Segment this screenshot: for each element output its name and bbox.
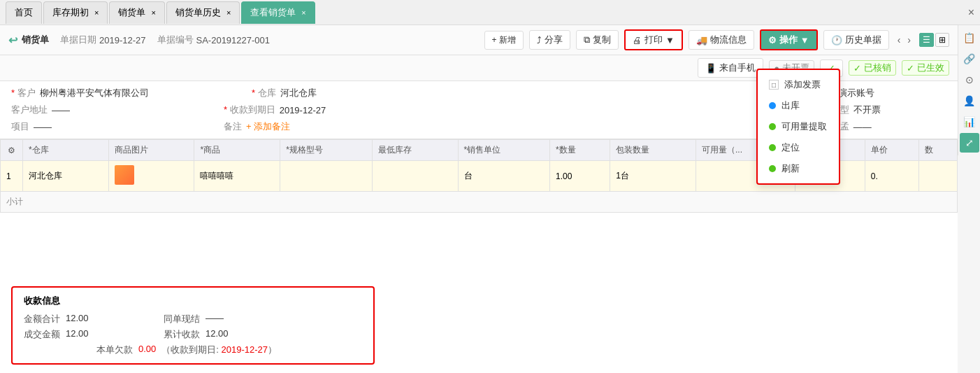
copy-icon: ⧉	[584, 34, 590, 45]
col-sales-unit: *销售单位	[458, 140, 550, 161]
col-qty: *数量	[550, 140, 610, 161]
info-row-1: 金额合计 12.00 同单现结 ——	[24, 313, 362, 325]
effective-button[interactable]: ✓ 已生效	[902, 60, 949, 76]
next-button[interactable]: ›	[905, 33, 914, 47]
tab-sales-label: 销货单	[118, 6, 145, 19]
doc-no-field: 单据编号 SA-20191227-001	[157, 34, 271, 46]
add-invoice-icon: □	[769, 80, 779, 90]
locate-icon	[769, 144, 776, 151]
mobile-icon: 📱	[705, 63, 716, 73]
total-field: 金额合计 12.00	[24, 313, 136, 325]
operation-icon: ⚙	[768, 35, 777, 45]
customer-label: 客户	[11, 87, 36, 99]
toolbar: + 新增 ⤴ 分享 ⧉ 复制 🖨 打印 ▼ 🚚 物流信息	[484, 29, 949, 50]
due-date-field: 收款到期日 2019-12-27	[224, 104, 363, 116]
operation-button[interactable]: ⚙ 操作 ▼	[760, 29, 818, 50]
col-img: 商品图片	[108, 140, 194, 161]
arrears-value: 0.00	[138, 344, 156, 356]
tab-home[interactable]: 首页	[6, 1, 42, 24]
dropdown-refresh[interactable]: 刷新	[758, 158, 839, 179]
nav-arrows: ‹ ›	[895, 33, 914, 47]
due-date-label: 收款到期日	[224, 104, 275, 116]
print-dropdown-icon: ▼	[665, 35, 675, 45]
col-pack-qty: 包装数量	[610, 140, 696, 161]
cell-pack-qty: 1台	[610, 161, 696, 192]
locate-label: 定位	[781, 141, 800, 154]
col-amount: 数	[919, 140, 958, 161]
sidebar-icon-link[interactable]: 🔗	[960, 49, 979, 69]
print-button[interactable]: 🖨 打印 ▼	[624, 29, 683, 50]
tab-view-sales-label: 查看销货单	[250, 6, 296, 19]
cell-spec	[280, 161, 373, 192]
tab-history-label: 销货单历史	[175, 6, 221, 19]
note-label: 备注	[224, 120, 242, 133]
due-value: 2019-12-27	[222, 344, 268, 355]
quantity-extract-label: 可用量提取	[781, 120, 827, 133]
cell-min-stock	[372, 161, 458, 192]
history-button[interactable]: 🕐 历史单据	[823, 30, 889, 50]
doc-meta: 单据日期 2019-12-27 单据编号 SA-20191227-001	[60, 34, 270, 46]
project-label: 项目	[11, 120, 29, 133]
operation-dropdown-icon: ▼	[800, 35, 809, 45]
list-view-button[interactable]: ☰	[919, 33, 934, 47]
doc-no-label: 单据编号	[157, 34, 194, 46]
subtotal-row: 小计	[1, 192, 958, 213]
print-icon: 🖨	[633, 35, 642, 45]
outbound-icon	[769, 102, 776, 109]
col-unit-price: 单价	[865, 140, 918, 161]
col-settings[interactable]: ⚙	[1, 140, 23, 161]
sidebar-icon-chart[interactable]: 📊	[960, 112, 979, 132]
tab-view-sales[interactable]: 查看销货单 ×	[241, 1, 315, 24]
cumulative-field: 累计收款 12.00	[164, 328, 275, 341]
tab-history[interactable]: 销货单历史 ×	[166, 1, 240, 24]
tab-view-sales-close[interactable]: ×	[301, 8, 305, 17]
share-icon: ⤴	[537, 35, 542, 45]
project-field: 项目 ——	[11, 120, 151, 133]
new-button[interactable]: + 新增	[484, 31, 524, 50]
cell-sales-unit: 台	[458, 161, 550, 192]
close-window-button[interactable]: ×	[968, 6, 974, 19]
staff-value: 演示账号	[838, 87, 874, 99]
sidebar-icon-circle[interactable]: ⊙	[960, 70, 979, 90]
logistics-button[interactable]: 🚚 物流信息	[689, 30, 754, 50]
info-rows: 金额合计 12.00 同单现结 —— 成交金额 12.00	[24, 313, 362, 356]
sidebar-icon-expand[interactable]: ⤢	[960, 133, 979, 153]
sold-button[interactable]: ✓ 已核销	[849, 60, 896, 76]
sidebar-icon-user[interactable]: 👤	[960, 91, 979, 111]
dropdown-quantity-extract[interactable]: 可用量提取	[758, 116, 839, 137]
tab-home-label: 首页	[15, 6, 33, 19]
info-row-3: 本单欠款 0.00 （收款到期日: 2019-12-27）	[24, 344, 362, 356]
tab-inventory-close[interactable]: ×	[94, 8, 99, 17]
copy-button[interactable]: ⧉ 复制	[576, 30, 619, 50]
sidebar-icon-doc[interactable]: 📋	[960, 28, 979, 48]
same-order-label: 同单现结	[164, 313, 200, 325]
dropdown-add-invoice[interactable]: □ 添加发票	[758, 74, 839, 95]
share-button[interactable]: ⤴ 分享	[529, 30, 570, 50]
tab-sales[interactable]: 销货单 ×	[109, 1, 164, 24]
prev-button[interactable]: ‹	[895, 33, 904, 47]
cumulative-label: 累计收款	[164, 328, 200, 341]
history-icon: 🕐	[831, 35, 842, 45]
logistics-icon: 🚚	[696, 35, 707, 45]
dropdown-locate[interactable]: 定位	[758, 137, 839, 158]
doc-date-label: 单据日期	[60, 34, 96, 46]
tab-sales-close[interactable]: ×	[151, 8, 155, 17]
right-sidebar: 📋 🔗 ⊙ 👤 📊 ⤢	[958, 25, 980, 155]
transaction-field: 成交金额 12.00	[24, 328, 136, 341]
address-value: ——	[52, 105, 70, 115]
product-image	[115, 165, 134, 185]
due-label: 收款到期日	[171, 344, 216, 355]
tab-history-close[interactable]: ×	[226, 8, 231, 17]
cell-amount	[919, 161, 958, 192]
grid-view-button[interactable]: ⊞	[935, 33, 949, 47]
tab-inventory[interactable]: 库存期初 ×	[43, 1, 108, 24]
dropdown-outbound[interactable]: 出库	[758, 95, 839, 116]
tab-bar: 首页 库存期初 × 销货单 × 销货单历史 × 查看销货单 × ×	[0, 0, 980, 25]
same-order-value: ——	[206, 313, 224, 325]
col-min-stock: 最低库存	[372, 140, 458, 161]
total-label: 金额合计	[24, 313, 60, 325]
transaction-label: 成交金额	[24, 328, 60, 341]
doc-date-field: 单据日期 2019-12-27	[60, 34, 146, 46]
from-mobile-button[interactable]: 📱 来自手机	[698, 58, 763, 78]
add-note-button[interactable]: + 添加备注	[246, 120, 290, 133]
